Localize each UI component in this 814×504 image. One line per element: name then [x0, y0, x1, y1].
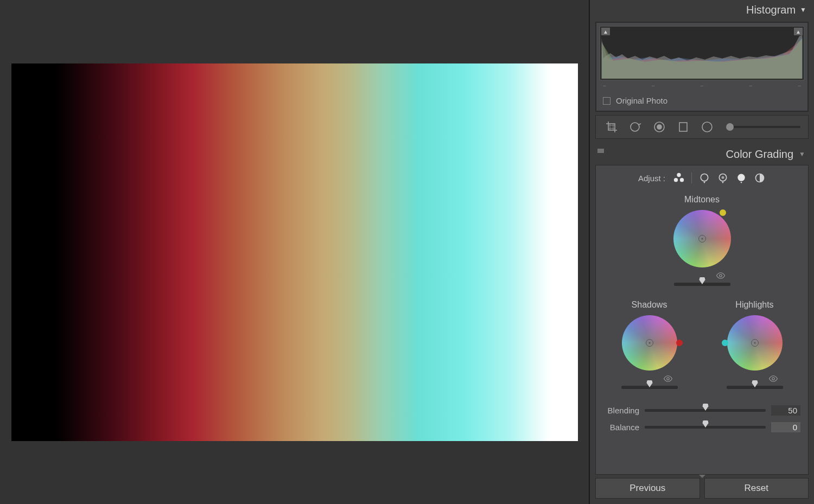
- balance-thumb[interactable]: [702, 423, 709, 428]
- canvas-area: [0, 0, 590, 504]
- collapse-icon[interactable]: ▼: [800, 6, 806, 14]
- image-preview[interactable]: [11, 63, 578, 441]
- midtones-hue-dot[interactable]: [720, 209, 726, 216]
- svg-rect-3: [679, 123, 687, 131]
- original-photo-label: Original Photo: [616, 96, 667, 105]
- adjust-mode-row: Adjust :: [603, 172, 800, 190]
- color-grading-header[interactable]: Color Grading ▼: [595, 145, 809, 163]
- svg-point-14: [741, 182, 742, 183]
- blending-thumb[interactable]: [702, 406, 709, 411]
- svg-point-18: [772, 378, 774, 380]
- panel-toggle-switch[interactable]: [597, 149, 604, 153]
- svg-point-8: [701, 174, 708, 181]
- svg-point-17: [666, 378, 669, 380]
- histogram-title: Histogram: [746, 4, 796, 16]
- reset-button[interactable]: Reset: [704, 478, 809, 499]
- footer-buttons: Previous Reset: [595, 478, 809, 499]
- original-photo-row[interactable]: Original Photo: [600, 91, 804, 107]
- three-way-mode-icon[interactable]: [673, 172, 685, 184]
- global-mode-icon[interactable]: [754, 172, 766, 184]
- svg-point-11: [722, 176, 724, 179]
- brush-slider-knob[interactable]: [726, 123, 734, 131]
- svg-point-9: [704, 182, 705, 183]
- right-sidebar: Histogram ▼ ▲ ▲ ––––– Original Photo: [590, 0, 814, 504]
- highlights-wheel-center[interactable]: [751, 339, 759, 347]
- crop-tool-icon[interactable]: [603, 119, 620, 135]
- svg-point-2: [657, 125, 662, 129]
- midtones-mode-icon[interactable]: [717, 172, 729, 184]
- histogram-header[interactable]: Histogram ▼: [590, 0, 814, 20]
- blending-slider[interactable]: [645, 409, 766, 412]
- shadows-luminance-slider[interactable]: [621, 386, 678, 389]
- balance-slider[interactable]: [645, 426, 766, 429]
- histogram-graph[interactable]: ▲ ▲: [600, 26, 804, 80]
- tool-strip: [595, 115, 809, 139]
- color-grading-title: Color Grading: [726, 148, 794, 161]
- shadows-block: Shadows: [609, 296, 690, 389]
- midtones-color-wheel[interactable]: [673, 210, 731, 267]
- shadows-mode-icon[interactable]: [698, 172, 710, 184]
- midtones-luminance-thumb[interactable]: [699, 279, 705, 284]
- radial-filter-tool-icon[interactable]: [699, 119, 715, 135]
- shadows-wheel-center[interactable]: [646, 339, 653, 347]
- midtones-wheel-center[interactable]: [698, 235, 706, 243]
- balance-label: Balance: [603, 423, 639, 432]
- highlights-luminance-slider[interactable]: [727, 386, 783, 389]
- svg-point-16: [719, 275, 722, 277]
- svg-point-5: [677, 173, 681, 177]
- blending-label: Blending: [603, 406, 639, 415]
- graduated-filter-tool-icon[interactable]: [675, 119, 691, 135]
- adjustment-brush-slider[interactable]: [726, 126, 800, 128]
- highlights-block: Highlights: [714, 296, 796, 389]
- shadows-color-wheel[interactable]: [622, 315, 677, 371]
- highlights-color-wheel[interactable]: [727, 315, 783, 371]
- panel-resize-grip-icon[interactable]: [699, 475, 705, 478]
- histogram-panel: ▲ ▲ ––––– Original Photo: [595, 22, 809, 112]
- blending-row: Blending 50: [603, 405, 800, 416]
- midtones-visibility-icon[interactable]: [716, 271, 726, 280]
- red-eye-tool-icon[interactable]: [651, 119, 667, 135]
- panel-collapse-icon[interactable]: ▼: [799, 150, 805, 158]
- balance-row: Balance 0: [603, 422, 800, 432]
- previous-button[interactable]: Previous: [595, 478, 700, 499]
- shadows-hue-dot[interactable]: [676, 340, 683, 346]
- midtones-luminance-slider[interactable]: [674, 283, 730, 286]
- highlights-mode-icon[interactable]: [735, 172, 747, 184]
- original-photo-checkbox[interactable]: [603, 97, 610, 105]
- svg-point-4: [702, 122, 712, 132]
- shadows-luminance-thumb[interactable]: [646, 382, 653, 387]
- highlights-visibility-icon[interactable]: [768, 374, 778, 384]
- spot-removal-tool-icon[interactable]: [627, 119, 644, 135]
- shadows-label: Shadows: [632, 300, 667, 310]
- midtones-label: Midtones: [684, 195, 720, 205]
- svg-point-6: [674, 178, 678, 182]
- color-grading-panel: Adjust : Midtones: [595, 165, 809, 475]
- adjust-label: Adjust :: [638, 174, 665, 183]
- svg-point-13: [737, 174, 745, 181]
- svg-point-0: [631, 123, 639, 131]
- balance-value[interactable]: 0: [771, 422, 800, 432]
- svg-point-7: [680, 178, 684, 182]
- highlights-hue-dot[interactable]: [722, 340, 728, 346]
- histogram-zone-labels: –––––: [600, 80, 804, 91]
- svg-point-12: [722, 182, 724, 183]
- shadows-visibility-icon[interactable]: [663, 374, 673, 384]
- highlights-luminance-thumb[interactable]: [752, 382, 758, 387]
- midtones-block: Midtones: [603, 190, 800, 286]
- highlights-label: Highlights: [735, 300, 773, 310]
- blending-value[interactable]: 50: [771, 405, 800, 416]
